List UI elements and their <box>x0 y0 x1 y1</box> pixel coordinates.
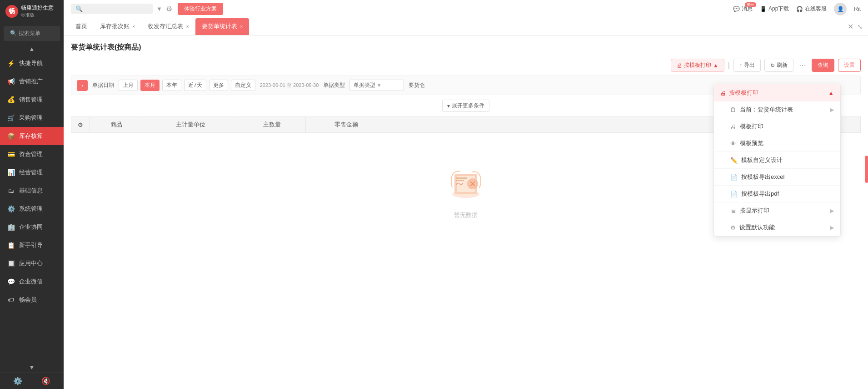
page-title: 要货单统计表(按商品) <box>71 43 861 52</box>
sidebar-item-purchase[interactable]: 🛒 采购管理 <box>0 109 64 127</box>
tab-inventory-batch[interactable]: 库存批次账 × <box>94 18 141 35</box>
sidebar-item-basic[interactable]: 🗂 基础信息 <box>0 182 64 200</box>
tab-order-summary[interactable]: 要货单统计表 × <box>195 18 249 35</box>
col-settings[interactable]: ⚙ <box>71 117 90 133</box>
avatar-initial: 👤 <box>837 6 844 12</box>
sidebar-item-inventory[interactable]: 📦 库存核算 <box>0 127 64 145</box>
sidebar-item-label: 经营管理 <box>19 168 43 177</box>
message-badge: 99+ <box>745 2 756 7</box>
dropdown-display-print[interactable]: 🖥 按显示打印 ▶ <box>714 202 840 219</box>
operation-icon: 📊 <box>6 168 15 177</box>
more-options-icon[interactable]: ⋯ <box>797 59 808 71</box>
dropdown-template-custom[interactable]: ✏️ 模板自定义设计 <box>714 152 840 169</box>
refresh-btn[interactable]: ↻ 刷新 <box>764 59 793 72</box>
tab-close-order[interactable]: × <box>240 24 243 29</box>
dropdown-chevron-up-icon: ▲ <box>828 90 834 96</box>
sidebar-search[interactable]: 🔍 搜索菜单 <box>4 26 60 41</box>
export-btn[interactable]: ↑ 导出 <box>733 59 761 72</box>
app-subtitle: 标准版 <box>21 12 54 18</box>
query-btn[interactable]: 查询 <box>812 59 834 72</box>
tab-close-collection[interactable]: × <box>186 24 189 29</box>
date-filter-group: 上月 本月 本年 近7天 更多 自定义 <box>119 80 255 91</box>
topbar-search[interactable]: 🔍 <box>71 4 153 14</box>
sidebar-item-label: 基础信息 <box>19 187 43 195</box>
dropdown-current-template[interactable]: 🗒 当前：要货单统计表 ▶ <box>714 101 840 118</box>
type-filter-select[interactable]: 单据类型 ▼ <box>349 80 404 91</box>
sidebar-item-finance[interactable]: 💳 资金管理 <box>0 145 64 163</box>
basic-icon: 🗂 <box>6 186 15 195</box>
tab-close-inventory-batch[interactable]: × <box>132 24 135 29</box>
message-btn[interactable]: 💬 消息 99+ <box>733 5 753 13</box>
set-default-chevron: ▶ <box>830 225 834 231</box>
scroll-down-btn[interactable]: ▼ <box>0 362 64 373</box>
purchase-icon: 🛒 <box>6 113 15 122</box>
mute-icon[interactable]: 🔇 <box>41 377 50 385</box>
date-btn-more[interactable]: 更多 <box>209 80 228 91</box>
sidebar-item-apps[interactable]: 🔲 应用中心 <box>0 254 64 273</box>
template-print-btn[interactable]: 🖨 按模板打印 ▲ <box>671 59 724 72</box>
settings-bottom-icon[interactable]: ⚙️ <box>13 377 22 385</box>
sidebar-item-shortcut[interactable]: ⚡ 快捷导航 <box>0 54 64 72</box>
app-download-label: App下载 <box>768 5 789 13</box>
date-btn-custom[interactable]: 自定义 <box>231 80 255 91</box>
chevron-up-icon: ▲ <box>713 62 718 69</box>
sidebar-item-system[interactable]: ⚙️ 系统管理 <box>0 200 64 218</box>
dropdown-overlay: 🖨 按模板打印 ▲ 🗒 当前：要货单统计表 ▶ 🖨 模板打印 👁 模板预览 <box>713 84 841 237</box>
date-btn-this-month[interactable]: 本月 <box>140 80 160 91</box>
tabbar-expand-icon[interactable]: ⤡ <box>857 23 863 30</box>
sidebar-item-weixin[interactable]: 💬 企业微信 <box>0 273 64 291</box>
template-excel-icon: 📄 <box>730 174 738 181</box>
avatar[interactable]: 👤 <box>834 3 847 15</box>
weixin-icon: 💬 <box>6 277 15 286</box>
finance-icon: 💳 <box>6 150 15 159</box>
online-service-btn[interactable]: 🎧 在线客服 <box>796 5 827 13</box>
date-btn-this-year[interactable]: 本年 <box>162 80 181 91</box>
settings-btn[interactable]: 设置 <box>838 59 861 72</box>
topbar-search-input[interactable] <box>83 6 148 12</box>
sidebar-item-sales[interactable]: 💰 销售管理 <box>0 91 64 109</box>
expand-more-label: 展开更多条件 <box>452 102 484 110</box>
col-qty: 主数量 <box>238 117 306 133</box>
sidebar-item-label: 系统管理 <box>19 205 43 213</box>
expand-more-icon: ▾ <box>447 103 450 109</box>
tabbar-close-icon[interactable]: ✕ <box>848 22 853 31</box>
col-unit: 主计量单位 <box>143 117 238 133</box>
dropdown-header-left: 🖨 按模板打印 <box>720 89 758 97</box>
tab-collection-summary[interactable]: 收发存汇总表 × <box>141 18 195 35</box>
topbar-chevron-icon[interactable]: ▼ <box>156 5 162 12</box>
toolbar-row: 🖨 按模板打印 ▲ | ↑ 导出 ↻ 刷新 ⋯ 查询 设置 <box>71 59 861 72</box>
sidebar-item-enterprise[interactable]: 🏢 企业协同 <box>0 218 64 236</box>
dropdown-template-pdf[interactable]: 📄 按模板导出pdf <box>714 186 840 202</box>
date-btn-7days[interactable]: 近7天 <box>184 80 206 91</box>
sidebar-item-member[interactable]: 🏷 畅会员 <box>0 291 64 309</box>
scroll-up-btn[interactable]: ▲ <box>0 44 64 54</box>
date-btn-prev-month[interactable]: 上月 <box>119 80 138 91</box>
inventory-icon: 📦 <box>6 131 15 141</box>
print-dropdown-icon: 🖨 <box>720 90 726 96</box>
dropdown-template-excel[interactable]: 📄 按模板导出excel <box>714 169 840 186</box>
template-pdf-label: 按模板导出pdf <box>741 190 779 198</box>
dropdown-template-preview[interactable]: 👁 模板预览 <box>714 135 840 152</box>
topbar-gear-icon[interactable]: ⚙ <box>166 5 172 13</box>
sidebar-item-marketing[interactable]: 📢 营销推广 <box>0 72 64 91</box>
app-download-btn[interactable]: 📱 App下载 <box>760 5 789 13</box>
trial-btn[interactable]: 体验行业方案 <box>178 3 223 15</box>
sidebar-logo: 畅 畅康通好生意 标准版 <box>0 0 64 23</box>
sidebar-item-operation[interactable]: 📊 经营管理 <box>0 163 64 182</box>
sidebar-item-label: 营销推广 <box>19 77 43 86</box>
filter-expand-btn[interactable]: › <box>77 80 88 91</box>
enterprise-icon: 🏢 <box>6 222 15 232</box>
current-template-chevron: ▶ <box>830 107 834 113</box>
sidebar-item-guide[interactable]: 📋 新手引导 <box>0 236 64 254</box>
sidebar-item-label: 畅会员 <box>19 296 37 304</box>
member-icon: 🏷 <box>6 295 15 304</box>
marketing-icon: 📢 <box>6 77 15 86</box>
sidebar-bottom: ⚙️ 🔇 <box>0 373 64 389</box>
sidebar-nav: ⚡ 快捷导航 📢 营销推广 💰 销售管理 🛒 采购管理 📦 库存核算 💳 资金管… <box>0 54 64 362</box>
expand-more-btn[interactable]: ▾ 展开更多条件 <box>442 100 489 112</box>
dropdown-set-default[interactable]: ⚙ 设置默认功能 ▶ <box>714 219 840 236</box>
dropdown-template-print[interactable]: 🖨 模板打印 <box>714 118 840 135</box>
tab-home[interactable]: 首页 <box>69 18 94 35</box>
dropdown-header[interactable]: 🖨 按模板打印 ▲ <box>714 84 840 101</box>
right-scrollbar[interactable] <box>865 156 868 183</box>
